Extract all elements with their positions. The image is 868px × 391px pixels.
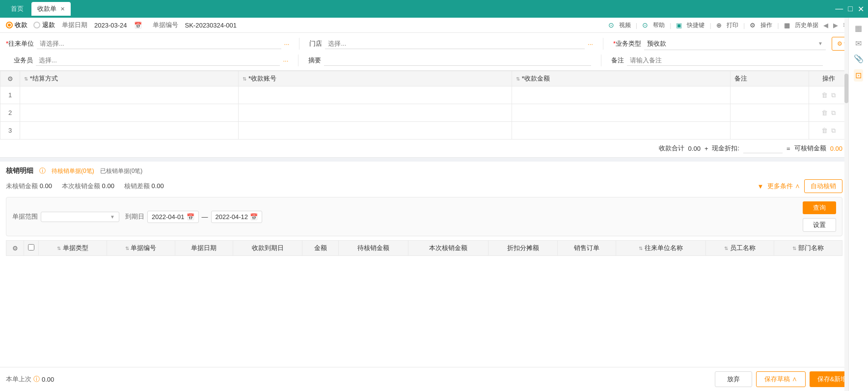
window-minimize[interactable]: — (835, 4, 843, 13)
row2-settlement[interactable] (20, 104, 239, 122)
detail-col-employee: ⇅ 员工名称 (706, 241, 774, 256)
more-filter-icon: ▼ (758, 183, 764, 190)
sort-settlement-icon[interactable]: ⇅ (24, 76, 28, 82)
save-draft-btn[interactable]: 保存草稿 ∧ (756, 371, 806, 387)
scrollbar-thumb[interactable] (844, 74, 848, 103)
nav-next-icon[interactable]: ▶ (833, 22, 838, 29)
row3-copy-icon[interactable]: ⧉ (831, 127, 836, 134)
operations-btn[interactable]: 操作 (760, 21, 772, 29)
row2-remark[interactable] (731, 104, 809, 122)
row1-amount[interactable] (512, 86, 731, 104)
sidebar-attachment-icon[interactable]: 📎 (854, 54, 864, 63)
row2-account[interactable] (239, 104, 512, 122)
print-btn[interactable]: 打印 (727, 21, 738, 29)
row1-remark[interactable] (731, 86, 809, 104)
row2-copy-icon[interactable]: ⧉ (831, 109, 836, 116)
nav-prev-icon[interactable]: ◀ (823, 22, 828, 29)
row3-amount[interactable] (512, 122, 731, 140)
sort-account-icon[interactable]: ⇅ (243, 76, 246, 82)
row1-account[interactable] (239, 86, 512, 104)
tab-receipt-label: 收款单 (37, 4, 56, 13)
filter-right: ▼ 更多条件 ∧ 自动核销 (758, 179, 843, 193)
bottom-info-icon[interactable]: ⓘ (33, 375, 40, 384)
radio-refund[interactable]: 退款 (33, 21, 55, 29)
biz-type-field: *业务类型 预收款 ▼ (613, 38, 826, 50)
remark-input[interactable] (627, 55, 823, 66)
detail-table-wrap: ⚙ ⇅ 单据类型 ⇅ 单据编号 单据日期 (6, 240, 842, 367)
sort-counterparty-icon[interactable]: ⇅ (639, 246, 643, 251)
query-btn[interactable]: 查询 (803, 201, 836, 214)
table-wrap: ⚙ ⇅ *结算方式 ⇅ *收款账号 ⇅ *收款金额 备注 (0, 71, 848, 140)
col-settings-header[interactable]: ⚙ (0, 71, 20, 86)
discount-label: 现金折扣: (712, 144, 739, 153)
verify-info-icon[interactable]: ⓘ (39, 167, 46, 175)
tab-receipt[interactable]: 收款单 ✕ (31, 2, 71, 16)
more-filter-btn[interactable]: 更多条件 ∧ (767, 182, 800, 191)
row1-delete-icon[interactable]: 🗑 (821, 91, 828, 99)
sort-bill-no-icon[interactable]: ⇅ (125, 246, 129, 251)
detail-col-settings[interactable]: ⚙ (6, 241, 24, 256)
row1-copy-icon[interactable]: ⧉ (831, 91, 836, 99)
bill-range-label: 单据范围 (12, 212, 38, 221)
counterparty-more-icon[interactable]: ··· (284, 40, 290, 48)
current-verify-label: 本次核销金额 0.00 (62, 182, 114, 191)
row1-settlement[interactable] (20, 86, 239, 104)
salesperson-input[interactable] (36, 55, 280, 66)
date-separator: — (202, 213, 208, 221)
window-maximize[interactable]: □ (848, 4, 853, 13)
due-date-start[interactable]: 2022-04-01 📅 (147, 211, 199, 223)
col-settlement-header: ⇅ *结算方式 (20, 71, 239, 86)
net-value: 0.00 (830, 145, 842, 152)
help-btn[interactable]: 帮助 (653, 21, 665, 29)
toolbar-actions: ⊙ 视频 | ⊙ 帮助 | ▣ 快捷键 | ⊕ 打印 | ⚙ 操作 | ▦ 历史… (608, 21, 862, 29)
sidebar-email-icon[interactable]: ✉ (855, 39, 862, 48)
sidebar-active-icon[interactable]: ⊡ (854, 69, 863, 82)
sep4: | (743, 22, 745, 29)
biz-type-label: *业务类型 (613, 39, 641, 48)
sort-amount-icon[interactable]: ⇅ (516, 76, 520, 82)
filter-settings-btn[interactable]: 设置 (803, 218, 836, 232)
biz-type-select[interactable]: 预收款 ▼ (644, 38, 826, 50)
counterparty-input[interactable] (37, 38, 281, 49)
store-input[interactable] (325, 38, 585, 49)
cal-end-icon[interactable]: 📅 (250, 213, 258, 221)
row1-num: 1 (0, 86, 20, 104)
summary-input[interactable] (324, 55, 591, 66)
history-btn[interactable]: 历史单据 (795, 21, 818, 29)
shortcut-btn[interactable]: 快捷键 (687, 21, 705, 29)
completed-tab[interactable]: 已核销单据(0笔) (100, 167, 143, 175)
cal-start-icon[interactable]: 📅 (187, 213, 194, 221)
sidebar-table-icon[interactable]: ▦ (855, 24, 862, 33)
discount-input[interactable] (743, 143, 783, 153)
abandon-btn[interactable]: 放弃 (715, 371, 752, 387)
due-date-end[interactable]: 2022-04-12 📅 (211, 211, 263, 223)
detail-col-current: 本次核销金额 (408, 241, 488, 256)
row3-account[interactable] (239, 122, 512, 140)
store-more-icon[interactable]: ··· (588, 40, 593, 48)
row3-settlement[interactable] (20, 122, 239, 140)
sort-dept-icon[interactable]: ⇅ (792, 246, 796, 251)
salesperson-more-icon[interactable]: ··· (283, 57, 288, 64)
video-btn[interactable]: 视频 (619, 21, 631, 29)
filter-buttons: 查询 设置 (803, 201, 836, 232)
sep5: | (777, 22, 779, 29)
select-all-checkbox[interactable] (28, 244, 34, 251)
sort-employee-icon[interactable]: ⇅ (724, 246, 728, 251)
row2-delete-icon[interactable]: 🗑 (821, 109, 828, 116)
bill-range-select[interactable]: ▼ (41, 212, 119, 222)
radio-receipt[interactable]: 收款 (6, 21, 27, 29)
tab-home[interactable]: 首页 (4, 2, 30, 16)
row3-delete-icon[interactable]: 🗑 (821, 127, 828, 134)
row3-remark[interactable] (731, 122, 809, 140)
sort-bill-type-icon[interactable]: ⇅ (57, 246, 61, 251)
detail-col-checkbox[interactable] (24, 241, 39, 256)
auto-verify-btn[interactable]: 自动核销 (804, 179, 842, 193)
radio-receipt-label: 收款 (15, 21, 27, 29)
window-close[interactable]: ✕ (858, 4, 864, 14)
tab-close-icon[interactable]: ✕ (60, 6, 65, 12)
calendar-icon[interactable]: 📅 (134, 22, 142, 29)
bill-no-value: SK-20230324-001 (185, 22, 237, 29)
pending-tab[interactable]: 待核销单据(0笔) (52, 167, 94, 175)
row2-amount[interactable] (512, 104, 731, 122)
col-amount-header: ⇅ *收款金额 (512, 71, 731, 86)
